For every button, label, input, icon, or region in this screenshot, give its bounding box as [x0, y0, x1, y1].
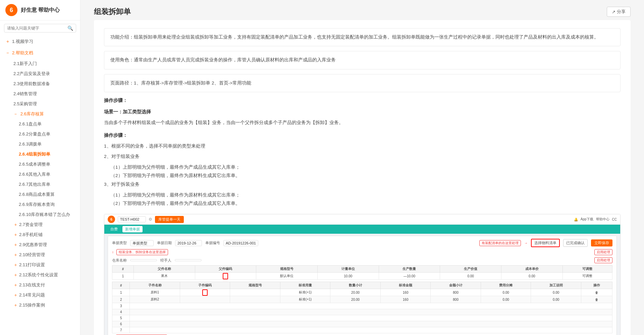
sim-help: 帮助中心: [596, 217, 609, 222]
sim-arrow-right: →: [524, 241, 528, 245]
sim-ann-type-row: ↑ 组装业务、拆卸业务在这里选择 启用处理: [112, 249, 612, 255]
sidebar-item-2-6-4[interactable]: 2.6.4组装拆卸单: [15, 149, 80, 159]
share-label: 分享: [617, 9, 626, 15]
sim-sub-row-3: 3: [112, 303, 612, 309]
sim-ann-batch: 启用处理: [594, 249, 612, 255]
sim-sub-code-1[interactable]: [202, 289, 208, 296]
sim-notification-icon: 🔔: [574, 218, 578, 221]
sim-sub-row-6: 6: [112, 321, 612, 327]
sidebar-item-2-6-6[interactable]: 2.6.6其他入库单: [15, 169, 80, 179]
sidebar-item-2-11[interactable]: ＋2.11打印设置: [9, 260, 80, 270]
sidebar: 6 好生意 帮助中心 🔍 ＋ 1.视频学习 － 2.帮助文档 2.1新手入门 2…: [0, 0, 80, 335]
sim-nav-zifei[interactable]: 自费: [108, 226, 120, 232]
sidebar-item-2-5[interactable]: 2.5采购管理: [9, 99, 80, 109]
step2: 2、对于组装业务: [104, 152, 621, 161]
sidebar-header: 6 好生意 帮助中心: [0, 0, 80, 20]
search-box[interactable]: 🔍: [4, 24, 76, 33]
scene1-title: 场景一：加工类型选择: [104, 109, 621, 115]
intro-text-2: 使用角色：通常由生产人员或库管人员完成拆装业务的操作，库管人员确认原材料的出库和…: [110, 57, 336, 62]
sidebar-item-2-6-5[interactable]: 2.6.5成本调整单: [15, 159, 80, 169]
sidebar-item-2-8[interactable]: ＋2.8手机旺铺: [9, 230, 80, 240]
sim-form-area: 单据类型 单据类型 组装 拆卸 单据日期 2019-12-26 单据编号 AD-…: [108, 236, 617, 335]
sidebar-item-2-6-1[interactable]: 2.6.1盘点单: [15, 119, 80, 129]
step3: 3、对于拆装业务: [104, 180, 621, 189]
sidebar-item-2-6-3[interactable]: 2.6.3调拨单: [15, 139, 80, 149]
step2-sub2: （2）下部明细为子件明细，最终作为原材料生成其它出库单。: [111, 171, 621, 180]
sidebar-item-2-10[interactable]: ＋2.10经营管理: [9, 250, 80, 260]
sim-screen: 6 TEST-H002 ⚙ 库管提单一天 🔔 App下载 帮助中心 CC 自费 …: [104, 214, 620, 335]
sidebar-item-2-6-8[interactable]: 2.6.8商品成本重算: [15, 189, 80, 200]
sidebar-item-video-label: 1.视频学习: [12, 39, 33, 45]
sidebar-item-2-14[interactable]: ＋2.14常见问题: [9, 290, 80, 300]
sidebar-item-docs-label: 2.帮助文档: [12, 50, 33, 56]
sim-arrow-type: ↑: [112, 250, 114, 254]
step1: 1、根据不同的业务，选择不同单据的类型来处理: [104, 142, 621, 151]
sidebar-item-2-15[interactable]: ＋2.15操作案例: [9, 300, 80, 310]
sidebar-item-2-6-7[interactable]: 2.6.7其他出库单: [15, 179, 80, 189]
sim-person-val[interactable]: [175, 259, 202, 261]
sidebar-item-2-4[interactable]: 2.4销售管理: [9, 89, 80, 99]
sim-th-adj: 可调整: [562, 266, 612, 273]
search-icon[interactable]: 🔍: [67, 25, 73, 31]
sidebar-item-2-12[interactable]: ＋2.12系统个性化设置: [9, 270, 80, 280]
sim-ann-type: 组装业务、拆卸业务在这里选择: [116, 249, 168, 255]
sim-th-pcode: 父件编码: [195, 266, 256, 273]
sim-nav-neworder[interactable]: 新增单据: [122, 226, 143, 232]
sidebar-logo: 6: [5, 4, 17, 16]
sim-warehouse-label: 仓库名称: [112, 258, 127, 263]
sidebar-item-2-7[interactable]: ＋2.7资金管理: [9, 220, 80, 230]
sim-parent-row-1: 1 果木 默认单位 10.00 —10.00 0.00 0.00 可调整: [112, 273, 612, 280]
sidebar-brand: 好生意 帮助中心: [21, 7, 60, 14]
sim-logo: 6: [108, 216, 115, 223]
sim-sub-row-2: 2 原料2 标准(+1) 20.00 160 800 0.00: [112, 296, 612, 303]
sidebar-item-2-2[interactable]: 2.2产品安装及登录: [9, 69, 80, 79]
sidebar-item-2-13[interactable]: ＋2.13在线支付: [9, 280, 80, 290]
sim-type-label: 单据类型: [112, 240, 127, 245]
sim-btn-save[interactable]: 立即保存: [591, 239, 612, 246]
main-header: 组装拆卸单 ↗ 分享: [80, 0, 644, 20]
intro-block-1: 功能介绍：组装拆卸单用来处理企业组装或拆卸等加工业务，支持有固定装配清单的产品加…: [104, 28, 621, 46]
sim-ann-batch-action: 启用处理: [594, 257, 612, 263]
sim-btn-confirm[interactable]: 已完成确认: [563, 239, 588, 247]
scene1-desc: 当由多个子件材料组装成一个成品的业务为【组装】业务，当由一个父件拆分成多个子产品…: [104, 118, 621, 127]
main-content: 组装拆卸单 ↗ 分享 功能介绍：组装拆卸单用来处理企业组装或拆卸等加工业务，支持…: [80, 0, 644, 335]
screenshot-container: 6 TEST-H002 ⚙ 库管提单一天 🔔 App下载 帮助中心 CC 自费 …: [104, 214, 621, 335]
sim-sub-row-7: 7: [112, 327, 612, 333]
sim-sub-row-1: 1 原料1 标准(+1) 20.00 160 800 0.00: [112, 289, 612, 296]
step3-sub1: （1）上部明细为父件明细，最终作为原材料生成其它出库单；: [111, 191, 621, 200]
sidebar-item-2-6[interactable]: － 2.6库存核算: [9, 109, 80, 119]
ops-steps-title: 操作步骤：: [104, 132, 621, 138]
sim-order-value: AD-20191226-001: [223, 240, 258, 246]
sidebar-item-2-6-10[interactable]: 2.6.10库存账本错了怎么办: [15, 210, 80, 220]
sim-date-value: 2019-12-26: [175, 240, 202, 246]
sim-th-unit: 计量单位: [317, 266, 379, 273]
minus-icon-2-6: －: [13, 111, 18, 116]
sim-sub-table: # 子件名称 子件编码 规格型号 标准用量 数量小计 标准金额 金额小计 费用分: [112, 282, 612, 333]
sim-form-row-2: 仓库名称 经手人 启用处理: [112, 257, 612, 263]
sidebar-item-2-3[interactable]: 2.3使用前数据准备: [9, 79, 80, 89]
sim-parent-table: # 父件名称 父件编码 规格型号 计量单位 生产数量 生产价值 成本单价 可调整: [112, 265, 612, 280]
sim-type-select[interactable]: 单据类型 组装 拆卸: [130, 240, 154, 246]
sim-th-spec: 规格型号: [256, 266, 318, 273]
sim-date-label: 单据日期: [157, 240, 172, 245]
sim-user: CC: [612, 218, 617, 221]
sim-btn-prev[interactable]: 库管提单一天: [155, 216, 184, 223]
share-icon: ↗: [612, 9, 615, 14]
search-input[interactable]: [7, 26, 67, 31]
sim-appbar: App下载: [581, 217, 593, 222]
sidebar-item-2-6-2[interactable]: 2.6.2分量盘点单: [15, 129, 80, 139]
sim-sub-table-container: # 子件名称 子件编码 规格型号 标准用量 数量小计 标准金额 金额小计 费用分: [112, 282, 612, 333]
sim-th-no: #: [112, 266, 134, 273]
sidebar-item-video[interactable]: ＋ 1.视频学习: [0, 36, 80, 47]
sidebar-item-2-6-9[interactable]: 2.6.9库存账本查询: [15, 200, 80, 210]
sim-parent-code-input[interactable]: [223, 273, 228, 279]
sim-topbar: 6 TEST-H002 ⚙ 库管提单一天 🔔 App下载 帮助中心 CC: [104, 214, 620, 225]
sidebar-item-docs[interactable]: － 2.帮助文档 2.1新手入门 2.2产品安装及登录 2.3使用前数据准备 2…: [0, 47, 80, 310]
share-button[interactable]: ↗ 分享: [607, 7, 631, 17]
sidebar-item-2-1[interactable]: 2.1新手入门: [9, 59, 80, 69]
sim-warehouse-val[interactable]: [130, 259, 157, 261]
sim-id-select[interactable]: TEST-H002: [118, 216, 146, 222]
sim-form-row-1: 单据类型 单据类型 组装 拆卸 单据日期 2019-12-26 单据编号 AD-…: [112, 239, 612, 247]
sidebar-item-2-9[interactable]: ＋2.9优惠券管理: [9, 240, 80, 250]
sim-btn-select[interactable]: 选择物料清单: [531, 239, 560, 247]
